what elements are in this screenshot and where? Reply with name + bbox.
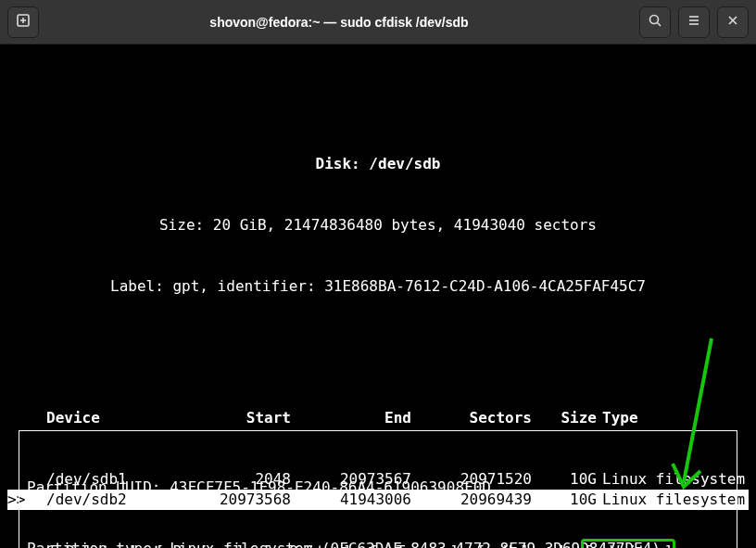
menu-delete[interactable]: [ Delete ] <box>48 542 137 548</box>
window-titlebar: shovon@fedora:~ — sudo cfdisk /dev/sdb <box>0 0 756 45</box>
col-device: Device <box>41 408 170 428</box>
new-tab-button[interactable] <box>7 6 39 38</box>
disk-line: Disk: /dev/sdb <box>7 154 749 174</box>
terminal[interactable]: Disk: /dev/sdb Size: 20 GiB, 21474836480… <box>0 45 756 548</box>
close-icon <box>725 13 740 32</box>
label-line: Label: gpt, identifier: 31E868BA-7612-C2… <box>7 276 749 297</box>
menu-resize[interactable]: [ Resize ] <box>137 542 245 548</box>
search-icon <box>648 13 662 32</box>
col-start: Start <box>170 408 291 428</box>
partition-uuid: Partition UUID: 43FCF7F5-1F98-E240-86A4-… <box>27 478 729 498</box>
menu-write[interactable]: [ Write ] <box>581 539 675 548</box>
window-title: shovon@fedora:~ — sudo cfdisk /dev/sdb <box>46 15 632 30</box>
size-line: Size: 20 GiB, 21474836480 bytes, 4194304… <box>7 215 749 236</box>
col-size: Size <box>532 408 597 428</box>
partition-table-header: Device Start End Sectors Size Type <box>7 408 749 428</box>
col-end: End <box>291 408 411 428</box>
search-button[interactable] <box>639 6 671 38</box>
menu-quit[interactable]: [ Quit ] <box>245 542 352 548</box>
menu-type[interactable]: [ Type ] <box>352 542 460 548</box>
close-window-button[interactable] <box>717 6 749 38</box>
new-tab-icon <box>16 13 31 32</box>
svg-line-4 <box>658 22 662 26</box>
col-type: Type <box>597 408 749 428</box>
menu-help[interactable]: [ Help ] <box>459 542 566 548</box>
svg-point-3 <box>650 15 659 23</box>
action-menu: [ Delete ] [ Resize ] [ Quit ] [ Type ] … <box>48 501 673 548</box>
col-sectors: Sectors <box>411 408 532 428</box>
cfdisk-screen: Disk: /dev/sdb Size: 20 GiB, 21474836480… <box>7 93 749 548</box>
hamburger-menu-button[interactable] <box>678 6 710 38</box>
hamburger-icon <box>687 13 701 32</box>
